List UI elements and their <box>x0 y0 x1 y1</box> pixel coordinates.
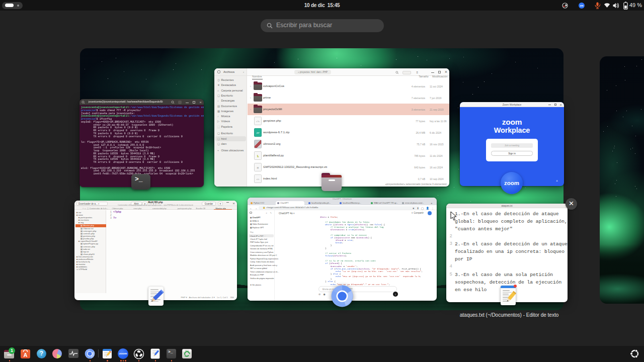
svg-text:A: A <box>24 352 28 358</box>
